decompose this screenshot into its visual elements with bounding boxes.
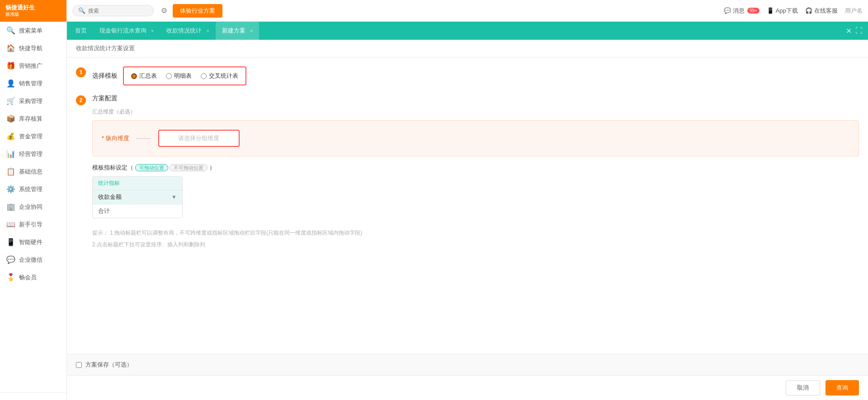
logo-sub: 标准版 — [5, 11, 35, 18]
sidebar-label-wechat: 企业微信 — [19, 256, 42, 264]
vertical-label: * 纵向维度 — [102, 134, 129, 142]
tab-new-plan[interactable]: 新建方案× — [216, 22, 259, 40]
tip1: 提示： 1.拖动标题栏可以调整布局，不可跨维度或指标区域拖动栏目字段(只能在同一… — [92, 227, 859, 238]
tab-bar: 首页现金银行流水查询×收款情况统计×新建方案× ✕ ⛶ — [67, 22, 868, 40]
tab-home[interactable]: 首页 — [69, 22, 93, 40]
save-label[interactable]: 方案保存（可选） — [85, 361, 132, 369]
online-service-item[interactable]: 🎧 在线客服 — [805, 7, 838, 15]
arrow-icon: —— — [137, 134, 151, 142]
search-input[interactable] — [88, 8, 142, 14]
template-options: 汇总表 明细表 交叉统计表 — [123, 66, 246, 85]
sidebar-item-system[interactable]: ⚙️系统管理 — [0, 180, 66, 198]
metrics-config: 模板指标设定（ 可拖动位置 不可拖动位置 ） 统计指标 收款金额 ▼ — [92, 164, 859, 250]
main-content: 🔍 ⚙ 体验行业方案 💬 消息 99+ 📱 App下载 🎧 在线客服 用户名 首… — [67, 0, 868, 400]
dimension-select[interactable]: 请选择分组维度 — [158, 130, 240, 147]
header-search-box[interactable]: 🔍 — [72, 5, 154, 16]
industry-btn[interactable]: 体验行业方案 — [173, 4, 222, 18]
sidebar-label-smart-hw: 智能硬件 — [19, 238, 42, 246]
sidebar-label-member: 畅会员 — [19, 273, 37, 282]
sidebar-item-sales[interactable]: 👤销售管理 — [0, 75, 66, 92]
system-icon: ⚙️ — [6, 185, 15, 193]
metrics-table: 统计指标 收款金额 ▼ 合计 — [92, 176, 183, 218]
dimension-area: * 纵向维度 —— 请选择分组维度 — [92, 120, 859, 156]
dimension-row: * 纵向维度 —— 请选择分组维度 — [102, 130, 849, 147]
sidebar-item-finance[interactable]: 💰资金管理 — [0, 127, 66, 145]
action-bar: 取消 查询 — [67, 375, 868, 400]
sidebar-item-member[interactable]: 🎖️畅会员 — [0, 268, 66, 286]
sidebar-item-enterprise[interactable]: 🏢企业协同 — [0, 198, 66, 216]
tab-receipt-stats[interactable]: 收款情况统计× — [160, 22, 215, 40]
query-button[interactable]: 查询 — [826, 380, 859, 395]
cancel-button[interactable]: 取消 — [786, 380, 820, 395]
section1-row: 1 选择模板 汇总表 明细表 — [76, 66, 859, 85]
radio-detail[interactable]: 明细表 — [166, 72, 192, 80]
page-breadcrumb: 收款情况统计方案设置 — [67, 40, 868, 57]
tip2: 2.点击标题栏下拉可设置排序、插入列和删除列 — [92, 239, 859, 250]
message-icon: 💬 — [724, 7, 731, 14]
sidebar-item-guide[interactable]: 📖新手引导 — [0, 216, 66, 233]
sidebar-label-purchase: 采购管理 — [19, 97, 42, 105]
download-icon: 📱 — [767, 7, 774, 14]
section2-num: 2 — [76, 95, 86, 105]
member-icon: 🎖️ — [6, 273, 15, 282]
section2-body: 方案配置 汇总维度（必选） * 纵向维度 —— 请选择分组维度 — [92, 94, 859, 251]
sidebar-items: 🔍搜索菜单🏠快捷导航🎁营销推广👤销售管理🛒采购管理📦库存核算💰资金管理📊经营管理… — [0, 22, 66, 286]
sidebar-logo: 畅捷通好生 标准版 — [0, 0, 66, 22]
tab-label-home: 首页 — [75, 27, 87, 35]
app-download-item[interactable]: 📱 App下载 — [767, 7, 798, 15]
sidebar-label-sales: 销售管理 — [19, 80, 42, 88]
search-menu-icon: 🔍 — [6, 26, 15, 35]
sidebar-item-inventory[interactable]: 📦库存核算 — [0, 110, 66, 127]
user-name: 用户名 — [845, 7, 863, 15]
tab-close-new-plan[interactable]: × — [250, 28, 253, 33]
sidebar-item-smart-hw[interactable]: 📱智能硬件 — [0, 233, 66, 251]
page-area: 收款情况统计方案设置 1 选择模板 汇总表 — [67, 40, 868, 400]
close-window-icon[interactable]: ✕ — [846, 27, 852, 35]
tab-close-bank-flow[interactable]: × — [151, 28, 154, 33]
smart-hw-icon: 📱 — [6, 238, 15, 246]
tab-label-receipt-stats: 收款情况统计 — [166, 27, 202, 35]
tabs-container: 首页现金银行流水查询×收款情况统计×新建方案× — [69, 22, 846, 40]
tab-right-icons: ✕ ⛶ — [846, 27, 866, 35]
sidebar-item-search-menu[interactable]: 🔍搜索菜单 — [0, 22, 66, 39]
save-checkbox[interactable] — [76, 362, 82, 368]
tab-bank-flow[interactable]: 现金银行流水查询× — [93, 22, 160, 40]
sidebar-label-marketing: 营销推广 — [19, 62, 42, 70]
sidebar-item-purchase[interactable]: 🛒采购管理 — [0, 92, 66, 110]
no-drag-badge: 不可拖动位置 — [170, 164, 208, 171]
radio-summary[interactable]: 汇总表 — [131, 72, 157, 80]
message-item[interactable]: 💬 消息 99+ — [724, 7, 760, 15]
expand-icon[interactable]: ⛶ — [855, 27, 863, 35]
sidebar-label-basic-info: 基础信息 — [19, 168, 42, 176]
section2-title: 方案配置 — [92, 94, 859, 103]
gear-icon[interactable]: ⚙ — [161, 6, 167, 15]
sidebar-label-enterprise: 企业协同 — [19, 203, 42, 211]
sidebar-label-inventory: 库存核算 — [19, 115, 42, 123]
dropdown-arrow-icon: ▼ — [171, 194, 177, 200]
metrics-label: 模板指标设定（ 可拖动位置 不可拖动位置 ） — [92, 164, 859, 172]
purchase-icon: 🛒 — [6, 97, 15, 105]
radio-cross[interactable]: 交叉统计表 — [201, 72, 238, 80]
tips-section: 提示： 1.拖动标题栏可以调整布局，不可跨维度或指标区域拖动栏目字段(只能在同一… — [92, 227, 859, 250]
message-badge: 99+ — [747, 8, 760, 14]
sidebar-item-wechat[interactable]: 💬企业微信 — [0, 251, 66, 268]
sidebar-item-marketing[interactable]: 🎁营销推广 — [0, 57, 66, 75]
sidebar-label-system: 系统管理 — [19, 185, 42, 193]
header-right: 💬 消息 99+ 📱 App下载 🎧 在线客服 用户名 — [724, 7, 863, 15]
guide-icon: 📖 — [6, 220, 15, 229]
sidebar-label-operations: 经营管理 — [19, 150, 42, 158]
sidebar-bottom — [0, 392, 66, 400]
total-row: 合计 — [93, 204, 182, 218]
amount-col[interactable]: 收款金额 ▼ — [93, 190, 182, 204]
stats-label: 统计指标 — [93, 177, 182, 190]
sidebar-label-finance: 资金管理 — [19, 132, 42, 141]
sidebar-item-operations[interactable]: 📊经营管理 — [0, 145, 66, 163]
sidebar-item-basic-info[interactable]: 📋基础信息 — [0, 163, 66, 180]
drag-badge: 可拖动位置 — [135, 164, 168, 171]
enterprise-icon: 🏢 — [6, 202, 15, 211]
sidebar-label-search-menu: 搜索菜单 — [19, 27, 42, 35]
sidebar-label-guide: 新手引导 — [19, 221, 42, 229]
sidebar-item-quick-nav[interactable]: 🏠快捷导航 — [0, 39, 66, 57]
tab-close-receipt-stats[interactable]: × — [206, 28, 209, 33]
section1-title: 选择模板 — [92, 72, 118, 80]
